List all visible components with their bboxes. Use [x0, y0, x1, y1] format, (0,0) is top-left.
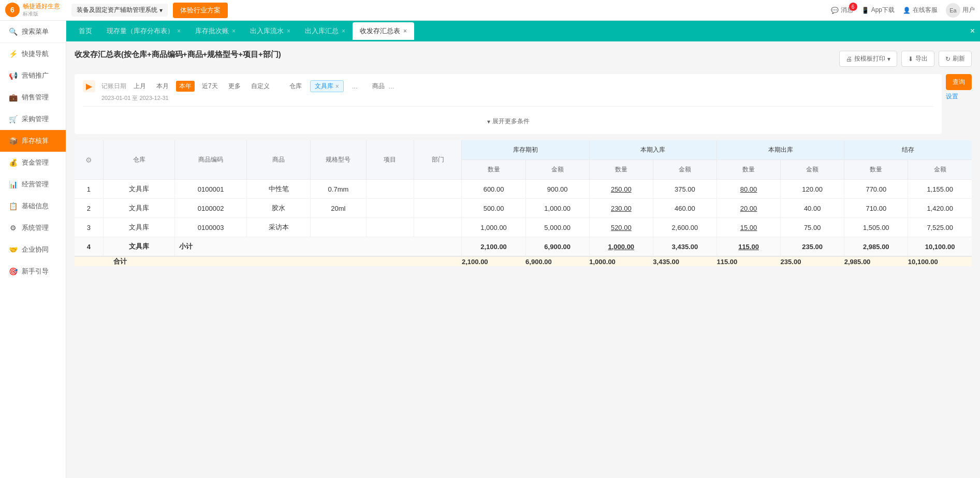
- cell-name: 胶水: [246, 199, 310, 218]
- col-opening-amt: 金额: [525, 160, 589, 180]
- sidebar-item-inventory[interactable]: 📦 库存核算: [0, 130, 66, 152]
- date-btn-custom[interactable]: 自定义: [248, 81, 273, 92]
- subtotal-in-qty: 1,000.00: [589, 237, 653, 257]
- tab-close-flow[interactable]: ×: [287, 27, 290, 35]
- app-download-action[interactable]: 📱 App下载: [861, 6, 895, 15]
- col-balance-qty: 数量: [844, 160, 908, 180]
- cell-in-qty[interactable]: 230.00: [589, 199, 653, 218]
- subtotal-label: 小计: [175, 237, 462, 257]
- table-settings-icon[interactable]: ⚙: [85, 156, 92, 164]
- tab-flow[interactable]: 出入库流水 ×: [243, 22, 298, 40]
- subtotal-warehouse: 文具库: [103, 237, 175, 257]
- date-btn-this-month[interactable]: 本月: [153, 81, 172, 92]
- tab-stock-dist[interactable]: 现存量（库存分布表） ×: [99, 22, 188, 40]
- cell-spec: [311, 218, 367, 237]
- col-group-out: 本期出库: [716, 140, 844, 160]
- cell-no: 2: [75, 199, 103, 218]
- sidebar-item-operations[interactable]: 📊 经营管理: [0, 173, 66, 195]
- sidebar-item-finance[interactable]: 💰 资金管理: [0, 152, 66, 173]
- footer-opening-qty: 2,100.00: [462, 256, 525, 266]
- user-action[interactable]: Ea 用户: [946, 3, 975, 18]
- sidebar-item-collab[interactable]: 🤝 企业协同: [0, 239, 66, 260]
- date-range-display: 2023-01-01 至 2023-12-31: [101, 94, 933, 102]
- cell-spec: 20ml: [311, 199, 367, 218]
- tab-home[interactable]: 首页: [71, 22, 99, 40]
- sidebar-item-system[interactable]: ⚙ 系统管理: [0, 217, 66, 239]
- sidebar-item-marketing[interactable]: 📢 营销推广: [0, 65, 66, 86]
- logo-text-group: 畅捷通好生意 标准版: [23, 3, 60, 17]
- system-selector[interactable]: 装备及固定资产辅助管理系统 ▾: [71, 4, 168, 17]
- sidebar-item-basic[interactable]: 📋 基础信息: [0, 195, 66, 217]
- cell-opening-qty: 1,000.00: [462, 218, 525, 237]
- cell-out-qty[interactable]: 80.00: [716, 180, 780, 199]
- tab-batch[interactable]: 库存批次账 ×: [188, 22, 243, 40]
- subtotal-balance-qty: 2,985.00: [844, 237, 908, 257]
- cell-in-qty[interactable]: 520.00: [589, 218, 653, 237]
- expand-down-icon: ▾: [487, 118, 490, 125]
- guide-icon: 🎯: [8, 267, 18, 276]
- trial-button[interactable]: 体验行业方案: [173, 3, 228, 18]
- sidebar-item-search[interactable]: 🔍 搜索菜单: [0, 21, 66, 43]
- cell-in-amt: 375.00: [653, 180, 716, 199]
- sidebar-item-quicknav[interactable]: ⚡ 快捷导航: [0, 43, 66, 65]
- top-bar: 6 畅捷通好生意 标准版 装备及固定资产辅助管理系统 ▾ 体验行业方案 💬 消息…: [0, 0, 980, 21]
- refresh-icon: ↻: [945, 55, 950, 63]
- footer-opening-amt: 6,900.00: [525, 256, 589, 266]
- date-btn-7days[interactable]: 近7天: [199, 81, 221, 92]
- remove-warehouse-tag[interactable]: ×: [335, 83, 339, 90]
- cell-out-qty[interactable]: 15.00: [716, 218, 780, 237]
- goods-more[interactable]: ...: [389, 82, 394, 90]
- tab-summary[interactable]: 出入库汇总 ×: [298, 22, 353, 40]
- sidebar-item-purchase[interactable]: 🛒 采购管理: [0, 108, 66, 130]
- settings-link[interactable]: 设置: [946, 92, 972, 101]
- tab-receipt-summary[interactable]: 收发存汇总表 ×: [353, 22, 414, 40]
- col-code-header: 商品编码: [175, 140, 247, 180]
- cell-opening-qty: 500.00: [462, 199, 525, 218]
- tab-close-receipt[interactable]: ×: [403, 27, 407, 35]
- cell-spec: 0.7mm: [311, 180, 367, 199]
- collab-icon: 🤝: [8, 245, 18, 254]
- service-icon: 👤: [903, 7, 911, 14]
- refresh-button[interactable]: ↻ 刷新: [939, 51, 972, 67]
- export-button[interactable]: ⬇ 导出: [901, 51, 934, 67]
- col-spec-header: 规格型号: [311, 140, 367, 180]
- date-btn-last-month[interactable]: 上月: [130, 81, 149, 92]
- query-actions: 查询 设置: [946, 74, 972, 101]
- cell-dept: [414, 180, 462, 199]
- print-button[interactable]: 🖨 按模板打印 ▾: [839, 51, 897, 67]
- marketing-icon: 📢: [8, 71, 18, 80]
- subtotal-no: 4: [75, 237, 103, 257]
- subtotal-opening-qty: 2,100.00: [462, 237, 525, 257]
- logo-icon: 6: [5, 3, 20, 17]
- tab-summary-label: 出入库汇总: [305, 26, 339, 36]
- tab-close-summary[interactable]: ×: [342, 27, 345, 35]
- query-button[interactable]: 查询: [946, 74, 972, 90]
- col-out-amt: 金额: [781, 160, 844, 180]
- sidebar-item-sales[interactable]: 💼 销售管理: [0, 86, 66, 108]
- date-btn-more[interactable]: 更多: [225, 81, 244, 92]
- sidebar-guide-label: 新手引导: [22, 267, 49, 276]
- date-btn-this-year[interactable]: 本年: [176, 81, 195, 92]
- message-badge: 6: [849, 3, 857, 11]
- cell-in-qty[interactable]: 250.00: [589, 180, 653, 199]
- sidebar: 🔍 搜索菜单 ⚡ 快捷导航 📢 营销推广 💼 销售管理 🛒 采购管理 📦: [0, 21, 66, 478]
- inventory-icon: 📦: [8, 136, 18, 146]
- online-service-action[interactable]: 👤 在线客服: [903, 6, 938, 15]
- cell-opening-amt: 900.00: [525, 180, 589, 199]
- cell-out-qty[interactable]: 20.00: [716, 199, 780, 218]
- sidebar-search-label: 搜索菜单: [22, 27, 49, 36]
- sidebar-item-guide[interactable]: 🎯 新手引导: [0, 260, 66, 282]
- sidebar-basic-label: 基础信息: [22, 201, 49, 211]
- warehouse-more[interactable]: ...: [352, 82, 358, 90]
- tab-home-label: 首页: [79, 26, 92, 36]
- sidebar-operations-label: 经营管理: [22, 180, 49, 189]
- expand-conditions-btn[interactable]: ▾ 展开更多条件: [83, 115, 933, 128]
- message-action[interactable]: 💬 消息 6: [831, 6, 853, 15]
- cell-name: 采访本: [246, 218, 310, 237]
- tab-close-stock-dist[interactable]: ×: [177, 27, 181, 35]
- tab-close-batch[interactable]: ×: [232, 27, 236, 35]
- cell-warehouse: 文具库: [103, 180, 175, 199]
- tab-bar-close[interactable]: ×: [970, 26, 975, 36]
- col-group-in: 本期入库: [589, 140, 716, 160]
- filter-expand-icon[interactable]: ▶: [83, 80, 95, 92]
